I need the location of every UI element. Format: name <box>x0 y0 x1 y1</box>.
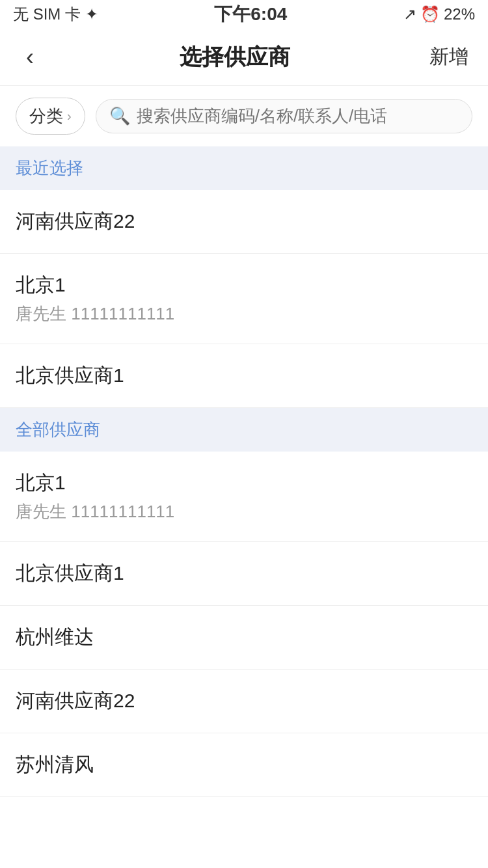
back-button[interactable]: ‹ <box>20 37 40 77</box>
item-name: 北京1 <box>16 470 472 496</box>
filter-row: 分类 › 🔍 <box>0 86 488 146</box>
category-label: 分类 <box>29 105 63 128</box>
item-name: 苏州清风 <box>16 752 472 778</box>
chevron-right-icon: › <box>67 109 72 124</box>
list-item[interactable]: 北京供应商1 <box>0 542 488 606</box>
list-item[interactable]: 苏州清风 <box>0 733 488 797</box>
status-bar: 无 SIM 卡 ✦ 下午6:04 ↗ ⏰ 22% <box>0 0 488 29</box>
all-items-list: 北京1唐先生 11111111111北京供应商1杭州维达河南供应商22苏州清风 <box>0 452 488 797</box>
sim-status: 无 SIM 卡 ✦ <box>13 4 98 25</box>
item-sub: 唐先生 11111111111 <box>16 303 472 325</box>
item-name: 北京供应商1 <box>16 362 472 389</box>
status-right: ↗ ⏰ 22% <box>403 5 475 23</box>
item-name: 北京1 <box>16 272 472 299</box>
list-item[interactable]: 北京1唐先生 11111111111 <box>0 452 488 542</box>
item-name: 河南供应商22 <box>16 688 472 714</box>
item-name: 杭州维达 <box>16 624 472 651</box>
item-sub: 唐先生 11111111111 <box>16 500 472 523</box>
list-item[interactable]: 河南供应商22 <box>0 670 488 733</box>
nav-bar: ‹ 选择供应商 新增 <box>0 29 488 86</box>
category-filter-button[interactable]: 分类 › <box>16 98 85 135</box>
item-name: 北京供应商1 <box>16 560 472 587</box>
search-icon: 🔍 <box>109 106 130 126</box>
search-input[interactable] <box>137 106 459 126</box>
battery-status: 22% <box>444 5 475 23</box>
status-left: 无 SIM 卡 ✦ <box>13 4 98 25</box>
location-icon: ↗ <box>403 5 416 23</box>
alarm-icon: ⏰ <box>420 5 440 23</box>
status-time: 下午6:04 <box>214 2 287 27</box>
list-item[interactable]: 北京1唐先生 11111111111 <box>0 254 488 344</box>
list-item[interactable]: 杭州维达 <box>0 606 488 670</box>
all-section-header: 全部供应商 <box>0 408 488 452</box>
new-action-button[interactable]: 新增 <box>429 44 468 70</box>
recent-section-header: 最近选择 <box>0 146 488 190</box>
list-item[interactable]: 北京供应商1 <box>0 344 488 408</box>
list-item[interactable]: 河南供应商22 <box>0 190 488 254</box>
item-name: 河南供应商22 <box>16 208 472 235</box>
search-box[interactable]: 🔍 <box>96 99 472 133</box>
recent-items-list: 河南供应商22北京1唐先生 11111111111北京供应商1 <box>0 190 488 408</box>
page-title: 选择供应商 <box>180 42 290 72</box>
